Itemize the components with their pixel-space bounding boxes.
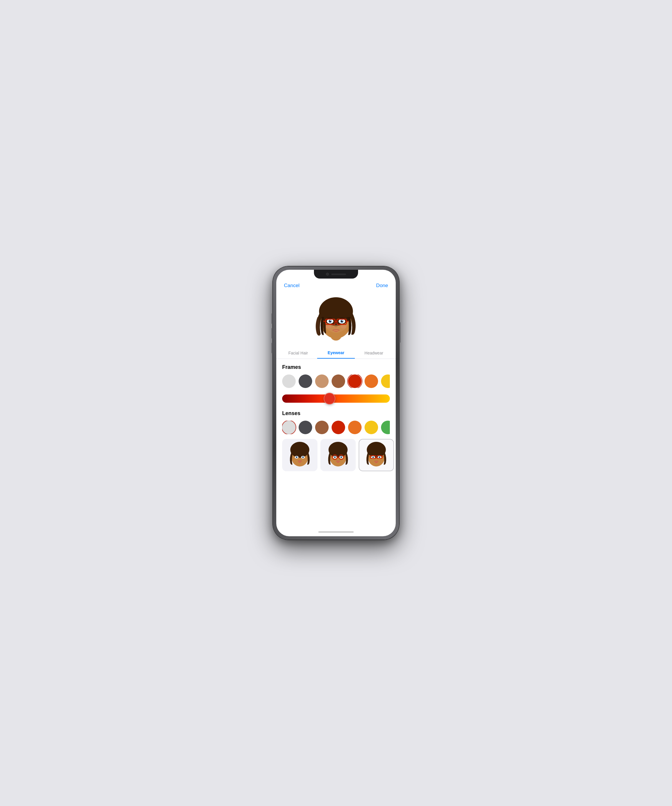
lenses-color-orange[interactable] [348, 421, 362, 434]
cancel-button[interactable]: Cancel [284, 283, 299, 289]
svg-line-42 [343, 456, 345, 457]
phone-device: Cancel Done [273, 266, 399, 540]
phone-screen: Cancel Done [276, 270, 396, 536]
frames-section-title: Frames [282, 364, 390, 370]
frames-color-brown[interactable] [332, 375, 345, 388]
frames-color-slider[interactable] [282, 393, 390, 405]
svg-point-12 [342, 320, 343, 321]
lenses-color-dark-gray[interactable] [299, 421, 312, 434]
svg-point-51 [379, 456, 380, 458]
svg-point-19 [341, 325, 346, 329]
tab-facial-hair[interactable]: Facial Hair [279, 348, 317, 358]
svg-line-17 [346, 321, 348, 322]
frames-color-white[interactable] [282, 375, 296, 388]
front-camera [326, 273, 329, 276]
style-option-classic[interactable] [320, 439, 356, 471]
done-button[interactable]: Done [376, 283, 388, 289]
svg-line-41 [331, 456, 333, 457]
svg-point-37 [341, 456, 342, 458]
svg-line-55 [369, 456, 371, 457]
lenses-color-yellow[interactable] [365, 421, 378, 434]
frames-color-orange[interactable] [365, 375, 378, 388]
style-option-square-img [359, 439, 393, 471]
svg-point-34 [334, 456, 335, 458]
slider-thumb[interactable] [324, 393, 335, 405]
frames-color-yellow[interactable] [381, 375, 390, 388]
notch [314, 270, 358, 279]
lenses-color-red[interactable] [332, 421, 345, 434]
style-options-row [282, 439, 390, 471]
lenses-section: Lenses [282, 410, 390, 434]
home-bar [319, 531, 353, 533]
tab-eyewear[interactable]: Eyewear [317, 347, 355, 358]
memoji-avatar [312, 294, 360, 342]
svg-point-31 [330, 443, 346, 455]
memoji-preview [276, 292, 396, 347]
lenses-color-white[interactable] [282, 421, 296, 434]
svg-point-25 [296, 456, 297, 458]
lenses-color-swatches [282, 421, 390, 434]
earpiece-speaker [331, 274, 346, 275]
frames-color-tan[interactable] [315, 375, 329, 388]
svg-point-8 [330, 320, 331, 321]
svg-point-22 [292, 443, 308, 455]
svg-point-18 [326, 325, 331, 329]
svg-line-56 [382, 456, 384, 457]
lenses-color-brown[interactable] [315, 421, 329, 434]
lenses-section-title: Lenses [282, 410, 390, 416]
style-option-none[interactable] [282, 439, 317, 471]
svg-point-48 [373, 456, 374, 458]
svg-point-45 [368, 443, 384, 455]
frames-color-swatches [282, 375, 390, 388]
top-bar: Cancel Done [276, 279, 396, 292]
frames-color-dark-gray[interactable] [299, 375, 312, 388]
screen-content: Cancel Done [276, 270, 396, 536]
svg-line-16 [324, 321, 326, 322]
slider-track [282, 395, 390, 403]
style-option-none-img [282, 439, 317, 471]
style-option-classic-img [320, 439, 356, 471]
lenses-color-green[interactable] [381, 421, 390, 434]
category-tabs: Facial Hair Eyewear Headwear [276, 347, 396, 359]
frames-color-red[interactable] [348, 375, 362, 388]
home-indicator[interactable] [276, 529, 396, 536]
style-option-square[interactable] [359, 439, 394, 471]
svg-point-28 [302, 456, 304, 458]
main-content: Frames [276, 359, 396, 529]
tab-headwear[interactable]: Headwear [355, 348, 393, 358]
